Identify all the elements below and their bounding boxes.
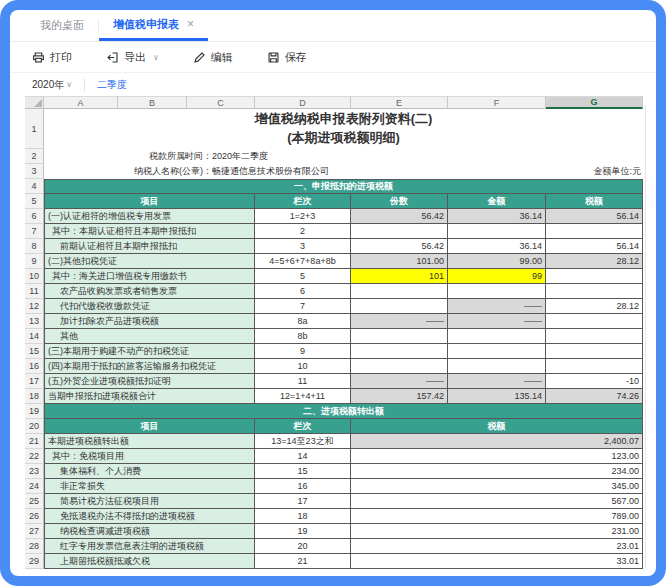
item-cell[interactable]: 纳税检查调减进项税额 bbox=[44, 524, 255, 539]
line-number-cell[interactable]: 6 bbox=[255, 284, 351, 299]
row-number[interactable]: 11 bbox=[25, 284, 44, 299]
value-cell[interactable] bbox=[546, 224, 643, 239]
line-number-cell[interactable]: 16 bbox=[255, 479, 351, 494]
value-cell[interactable]: 74.26 bbox=[546, 389, 643, 404]
value-cell[interactable] bbox=[448, 224, 546, 239]
item-cell[interactable]: (一)认证相符的增值税专用发票 bbox=[44, 209, 255, 224]
value-cell[interactable] bbox=[546, 344, 643, 359]
line-number-cell[interactable]: 21 bbox=[255, 554, 351, 569]
row-number[interactable]: 25 bbox=[25, 494, 44, 509]
value-cell[interactable] bbox=[351, 299, 448, 314]
value-cell[interactable]: 36.14 bbox=[448, 209, 546, 224]
row-number[interactable]: 6 bbox=[25, 209, 44, 224]
item-cell[interactable]: 其中：免税项目用 bbox=[44, 449, 255, 464]
value-cell[interactable]: —— bbox=[448, 314, 546, 329]
form-title-cell[interactable]: 增值税纳税申报表附列资料(二)(本期进项税额明细) bbox=[44, 109, 643, 149]
item-cell[interactable]: 当期申报抵扣进项税额合计 bbox=[44, 389, 255, 404]
value-cell[interactable]: 157.42 bbox=[351, 389, 448, 404]
value-cell[interactable]: 345.00 bbox=[351, 479, 643, 494]
item-cell[interactable]: 其中：海关进口增值税专用缴款书 bbox=[44, 269, 255, 284]
row-number[interactable]: 24 bbox=[25, 479, 44, 494]
column-header-E[interactable]: E bbox=[351, 96, 448, 109]
value-cell[interactable]: 234.00 bbox=[351, 464, 643, 479]
row-number[interactable]: 18 bbox=[25, 389, 44, 404]
value-cell[interactable] bbox=[546, 359, 643, 374]
value-cell[interactable] bbox=[448, 359, 546, 374]
value-cell[interactable]: 789.00 bbox=[351, 509, 643, 524]
quarter-select[interactable]: 二季度 bbox=[97, 78, 127, 92]
close-icon[interactable]: × bbox=[187, 17, 194, 31]
item-cell[interactable]: 其中：本期认证相符且本期申报抵扣 bbox=[44, 224, 255, 239]
row-number[interactable]: 22 bbox=[25, 449, 44, 464]
value-cell[interactable] bbox=[546, 284, 643, 299]
line-number-cell[interactable]: 2 bbox=[255, 224, 351, 239]
line-number-cell[interactable]: 18 bbox=[255, 509, 351, 524]
line-number-cell[interactable]: 11 bbox=[255, 374, 351, 389]
export-button[interactable]: 导出 ∨ bbox=[106, 50, 159, 65]
column-header-F[interactable]: F bbox=[448, 96, 546, 109]
value-cell[interactable] bbox=[448, 329, 546, 344]
item-cell[interactable]: 代扣代缴税收缴款凭证 bbox=[44, 299, 255, 314]
value-cell[interactable]: 99.00 bbox=[448, 254, 546, 269]
value-cell[interactable] bbox=[546, 329, 643, 344]
row-number[interactable]: 8 bbox=[25, 239, 44, 254]
value-cell[interactable]: —— bbox=[448, 374, 546, 389]
value-cell[interactable]: 101.00 bbox=[351, 254, 448, 269]
column-header-G[interactable]: G bbox=[546, 96, 643, 109]
tab-vat-form[interactable]: 增值税申报表 × bbox=[99, 10, 208, 41]
row-number[interactable]: 5 bbox=[25, 194, 44, 209]
value-cell[interactable]: -10 bbox=[546, 374, 643, 389]
item-cell[interactable]: 简易计税方法征税项目用 bbox=[44, 494, 255, 509]
row-number[interactable]: 1 bbox=[25, 109, 44, 149]
save-button[interactable]: 保存 bbox=[267, 50, 307, 65]
value-cell[interactable]: 123.00 bbox=[351, 449, 643, 464]
value-cell[interactable]: 36.14 bbox=[448, 239, 546, 254]
row-number[interactable]: 3 bbox=[25, 164, 44, 179]
taxpayer-row-cell[interactable]: 纳税人名称(公章)：畅捷通信息技术股份有限公司金额单位:元 bbox=[44, 164, 643, 179]
value-cell[interactable]: 2,400.07 bbox=[351, 434, 643, 449]
row-number[interactable]: 12 bbox=[25, 299, 44, 314]
value-cell[interactable] bbox=[546, 269, 643, 284]
scrollbar-track[interactable] bbox=[645, 106, 646, 568]
row-number[interactable]: 21 bbox=[25, 434, 44, 449]
value-cell[interactable] bbox=[351, 344, 448, 359]
row-number[interactable]: 14 bbox=[25, 329, 44, 344]
value-cell[interactable]: 56.14 bbox=[546, 209, 643, 224]
value-cell[interactable] bbox=[546, 314, 643, 329]
line-number-cell[interactable]: 8a bbox=[255, 314, 351, 329]
row-number[interactable]: 2 bbox=[25, 149, 44, 164]
select-all-corner[interactable] bbox=[25, 96, 44, 109]
value-cell[interactable] bbox=[448, 344, 546, 359]
row-number[interactable]: 9 bbox=[25, 254, 44, 269]
column-header-C[interactable]: C bbox=[187, 96, 255, 109]
value-cell[interactable] bbox=[351, 224, 448, 239]
value-cell[interactable]: 33.01 bbox=[351, 554, 643, 569]
year-select[interactable]: 2020年 bbox=[32, 78, 64, 92]
value-cell[interactable]: 56.42 bbox=[351, 209, 448, 224]
value-cell[interactable]: 56.42 bbox=[351, 239, 448, 254]
value-cell[interactable] bbox=[351, 329, 448, 344]
line-number-cell[interactable]: 5 bbox=[255, 269, 351, 284]
row-number[interactable]: 17 bbox=[25, 374, 44, 389]
item-cell[interactable]: 农产品收购发票或者销售发票 bbox=[44, 284, 255, 299]
column-header-D[interactable]: D bbox=[255, 96, 351, 109]
print-button[interactable]: 打印 bbox=[32, 50, 72, 65]
line-number-cell[interactable]: 12=1+4+11 bbox=[255, 389, 351, 404]
value-cell[interactable]: 101 bbox=[351, 269, 448, 284]
row-number[interactable]: 23 bbox=[25, 464, 44, 479]
item-cell[interactable]: 本期进项税额转出额 bbox=[44, 434, 255, 449]
line-number-cell[interactable]: 3 bbox=[255, 239, 351, 254]
item-cell[interactable]: (四)本期用于抵扣的旅客运输服务扣税凭证 bbox=[44, 359, 255, 374]
value-cell[interactable]: 28.12 bbox=[546, 254, 643, 269]
value-cell[interactable]: 56.14 bbox=[546, 239, 643, 254]
value-cell[interactable] bbox=[351, 359, 448, 374]
item-cell[interactable]: 前期认证相符且本期申报抵扣 bbox=[44, 239, 255, 254]
row-number[interactable]: 16 bbox=[25, 359, 44, 374]
line-number-cell[interactable]: 17 bbox=[255, 494, 351, 509]
column-header-B[interactable]: B bbox=[118, 96, 187, 109]
line-number-cell[interactable]: 19 bbox=[255, 524, 351, 539]
row-number[interactable]: 15 bbox=[25, 344, 44, 359]
value-cell[interactable] bbox=[448, 284, 546, 299]
value-cell[interactable]: 135.14 bbox=[448, 389, 546, 404]
value-cell[interactable]: 28.12 bbox=[546, 299, 643, 314]
